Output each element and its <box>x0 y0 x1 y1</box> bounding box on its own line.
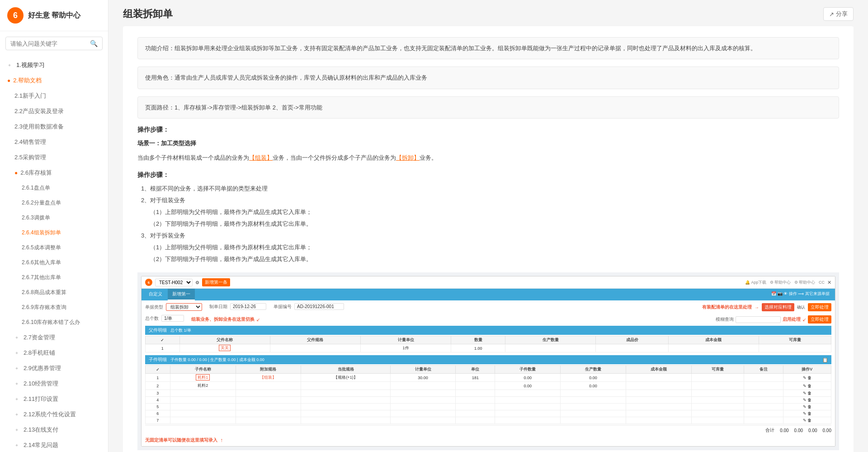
inner-app-window: 6 TEST-H002 ⚙ 新增第一条 🔔 App下载 ⚙ 帮助中心 ⚙ 帮助中… <box>141 276 835 447</box>
ann-arrow-1: → <box>755 305 759 310</box>
col-c-prod: 生产数量 <box>561 366 626 374</box>
sidebar-item-cost[interactable]: 2.6.5成本调整单 <box>0 240 108 255</box>
main-header: 组装拆卸单 ↗ 分享 <box>108 0 868 26</box>
share-button[interactable]: ↗ 分享 <box>823 7 854 21</box>
code-input[interactable] <box>294 303 344 310</box>
sidebar-item-mix[interactable]: 2.6.3调拨单 <box>0 210 108 225</box>
col-parent-spec: 父件规格 <box>270 336 360 344</box>
sidebar-item-stocktake[interactable]: 2.6.1盘点单 <box>0 181 108 195</box>
nav-tab-custom[interactable]: 自定义 <box>144 289 167 300</box>
new-first-btn[interactable]: 新增第一条 <box>202 278 230 286</box>
search-icon[interactable]: 🔍 <box>90 40 98 47</box>
link-disassembly[interactable]: 【拆卸】 <box>396 154 420 161</box>
nav-tab-new[interactable]: 新增第一 <box>168 289 195 300</box>
sidebar-item-docs[interactable]: ● 2.帮助文档 <box>0 73 108 88</box>
sidebar-item-data[interactable]: 2.3使用前数据准备 <box>0 119 108 134</box>
search-box[interactable]: 🔍 <box>5 37 103 50</box>
child-row-1: 1 耗料1 【组装】 【规格(+1)】 30.00 181 0.00 0.00 <box>146 374 831 382</box>
sidebar-item-purchase[interactable]: 2.5采购管理 <box>0 150 108 165</box>
search-label: 模糊查询 <box>716 316 734 323</box>
qty-input[interactable] <box>161 315 184 322</box>
col-qty: 数量 <box>451 336 505 344</box>
ann-arrow-4: ↑ <box>220 437 223 443</box>
parent-section-header: 父件明细 总个数 1/单 <box>145 326 831 335</box>
bottom-annotation: 无固定清单可以随便在这里填写录入 ↑ <box>145 437 831 443</box>
col-c-qty: 子件数量 <box>495 366 561 374</box>
sidebar-item-assembly[interactable]: 2.6.4组装拆卸单 <box>0 225 108 240</box>
child-row-2: 2 耗料2 0.00 0.00 ✎ <box>146 382 831 390</box>
select-recipe-btn[interactable]: 选择对应料理 <box>762 303 794 311</box>
sidebar-item-mobile[interactable]: ＋ 2.8手机旺铺 <box>0 345 108 361</box>
steps-title: 操作步骤： <box>137 126 839 134</box>
sidebar-item-finance[interactable]: ＋ 2.7资金管理 <box>0 330 108 345</box>
date-input[interactable] <box>230 303 266 310</box>
child-row-6: 6✎ 🗑 <box>146 410 831 417</box>
confirm-label: 确认 <box>797 305 805 310</box>
link-assembly[interactable]: 【组装】 <box>249 154 273 161</box>
col-c-add-spec: 附加规格 <box>236 366 301 374</box>
sidebar-item-custom[interactable]: ＋ 2.12系统个性化设置 <box>0 407 108 422</box>
sidebar-item-other-out[interactable]: 2.6.7其他出库单 <box>0 270 108 285</box>
sidebar-item-other-in[interactable]: 2.6.6其他入库单 <box>0 255 108 270</box>
sidebar-item-coupon[interactable]: ＋ 2.9优惠券管理 <box>0 361 108 376</box>
child-name-1: 耗料1 <box>196 374 210 381</box>
step-1: 1、根据不同的业务，选择不同单据的类型来处理 <box>141 183 839 195</box>
sidebar-item-stock-error[interactable]: 2.6.10库存账本错了么办 <box>0 315 108 330</box>
col-c-unit: 计量单位 <box>390 366 456 374</box>
share-icon: ↗ <box>829 11 834 18</box>
parent-name-cell: 关关 <box>219 345 231 351</box>
store-select[interactable]: TEST-H002 <box>155 279 193 286</box>
footer-amount-1: 0.00 <box>780 428 788 433</box>
child-section-header: 子件明细 子件数量 0.00 / 0.00 | 生产数量 0.00 | 成本金额… <box>145 355 831 364</box>
sidebar-item-ops[interactable]: ＋ 2.10经营管理 <box>0 376 108 391</box>
apply-btn[interactable]: 立即处理 <box>808 303 831 311</box>
ann-arrow-3: ↙ <box>802 317 806 322</box>
steps-label: 操作步骤： <box>137 171 839 179</box>
scenario-title: 场景一：加工类型选择 <box>137 138 839 149</box>
col-cost: 成本金额 <box>668 336 759 344</box>
app-logo-icon: 6 <box>7 7 24 24</box>
content-area: 功能介绍：组装拆卸单用来处理企业组装或拆卸等加工业务，支持有固定装配清单的产品加… <box>123 26 854 452</box>
step-2-sub-1: （1）上部明细为父件明细，最终作为产成品生成其它入库单； <box>150 206 839 218</box>
col-c-batch-spec: 当批规格 <box>301 366 390 374</box>
main-content: 组装拆卸单 ↗ 分享 功能介绍：组装拆卸单用来处理企业组装或拆卸等加工业务，支持… <box>108 0 868 452</box>
doc-type-select[interactable]: 组装拆卸 <box>166 303 202 311</box>
child-row-5: 5✎ 🗑 <box>146 404 831 410</box>
intro-text-2: 使用角色：通常由生产人员或库管人员完成拆装业务的操作，库管人员确认原材料的出库和… <box>145 74 427 81</box>
app-logo-text: 好生意 帮助中心 <box>28 11 80 20</box>
sidebar: 6 好生意 帮助中心 🔍 ＋ 1.视频学习 ● 2.帮助文档 2.1新手入门 2… <box>0 0 108 452</box>
fuzzy-search-input[interactable] <box>736 316 781 323</box>
ann-free-fill-label: 无固定清单可以随便在这里填写录入 <box>145 437 217 443</box>
sidebar-item-commodity-cost[interactable]: 2.6.8商品成本重算 <box>0 285 108 300</box>
sidebar-item-print[interactable]: ＋ 2.11打印设置 <box>0 391 108 407</box>
sidebar-item-install[interactable]: 2.2产品安装及登录 <box>0 104 108 119</box>
step-3: 3、对于拆装业务 <box>141 230 839 242</box>
sidebar-item-video[interactable]: ＋ 1.视频学习 <box>0 57 108 73</box>
confirm-btn[interactable]: 立即处理 <box>808 315 831 324</box>
child-row-4: 4✎ 🗑 <box>146 397 831 404</box>
sidebar-item-faq[interactable]: ＋ 2.14常见问题 <box>0 438 108 452</box>
sidebar-item-inventory[interactable]: ● 2.6库存核算 <box>0 165 108 181</box>
intro-text-3: 页面路径：1、库存核算->库存管理->组装拆卸单 2、首页->常用功能 <box>145 104 322 111</box>
footer-amount-4: 0.00 <box>823 428 831 433</box>
col-prod-qty: 生产数量 <box>505 336 596 344</box>
search-input[interactable] <box>10 40 90 47</box>
close-icon[interactable]: ✕ <box>827 280 831 285</box>
step-3-sub-2: （2）下部明细为子件明细，最终作为产成品生成其它入库单。 <box>150 253 839 265</box>
inner-nav: 自定义 新增第一 📅 📷 👁 操作 ⟶ 其它来源单据 <box>142 289 835 300</box>
child-row-7: 7✎ 🗑 <box>146 417 831 424</box>
sidebar-item-stock-check[interactable]: 2.6.9库存账本查询 <box>0 300 108 315</box>
form-row-type: 单据类型 组装拆卸 <box>145 303 202 311</box>
step-2: 2、对于组装业务 <box>141 195 839 206</box>
sidebar-item-new[interactable]: 2.1新手入门 <box>0 88 108 104</box>
inner-app-logo: 6 <box>145 279 152 286</box>
sidebar-item-sales[interactable]: 2.4销售管理 <box>0 134 108 150</box>
intro-block-2: 使用角色：通常由生产人员或库管人员完成拆装业务的操作，库管人员确认原材料的出库和… <box>137 67 839 89</box>
sidebar-item-partition[interactable]: 2.6.2分量盘点单 <box>0 195 108 210</box>
page-title: 组装拆卸单 <box>123 7 173 21</box>
intro-text-1: 功能介绍：组装拆卸单用来处理企业组装或拆卸等加工业务，支持有固定装配清单的产品加… <box>145 45 756 52</box>
col-c-cost: 成本金额 <box>626 366 692 374</box>
ann-enable-label: 启用处理 <box>783 316 801 323</box>
col-price: 成品价 <box>596 336 668 344</box>
sidebar-item-online-pay[interactable]: ＋ 2.13在线支付 <box>0 422 108 438</box>
